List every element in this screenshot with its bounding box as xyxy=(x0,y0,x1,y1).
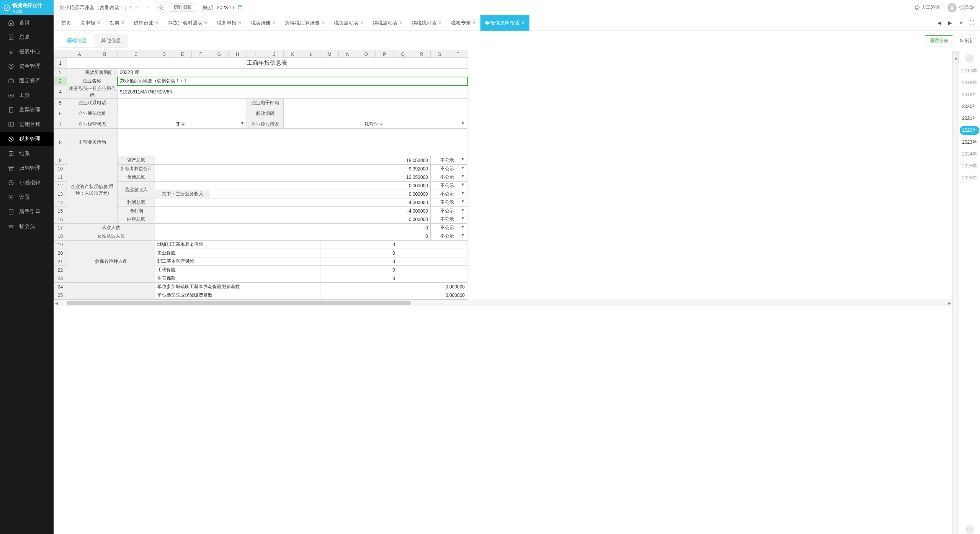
close-icon[interactable]: ✕ xyxy=(272,20,276,25)
row-head-21[interactable]: 21 xyxy=(54,257,67,266)
col-head-E[interactable]: E xyxy=(173,51,192,58)
dropdown-arrow-icon[interactable]: ▼ xyxy=(461,216,465,220)
ins-pension-value[interactable]: 0 xyxy=(320,241,467,249)
phone-value-cell[interactable] xyxy=(118,99,247,107)
profit-public[interactable]: 不公示▼ xyxy=(431,198,467,207)
dropdown-arrow-icon[interactable]: ▼ xyxy=(461,182,465,187)
row-head-4[interactable]: 4 xyxy=(54,85,67,99)
col-head-O[interactable]: O xyxy=(357,51,376,58)
rev-public[interactable]: 不公示▼ xyxy=(431,182,467,190)
tab-进销台账[interactable]: 进销台账✕ xyxy=(129,15,163,31)
activity-value-cell[interactable] xyxy=(118,129,467,156)
rev-value[interactable]: 0.000000 xyxy=(155,182,431,190)
tab-纳税波动表[interactable]: 纳税波动表✕ xyxy=(368,15,407,31)
mainrev-value[interactable]: 0.000000 xyxy=(210,190,431,198)
employees-value[interactable]: 0 xyxy=(155,224,431,232)
horizontal-scrollbar[interactable]: ◀ ▶ xyxy=(54,300,952,306)
close-icon[interactable]: ✕ xyxy=(521,20,525,25)
year-panel-collapse[interactable]: ◀ xyxy=(952,52,959,64)
dropdown-arrow-icon[interactable]: ▼ xyxy=(461,208,465,212)
row-head-3[interactable]: 3 xyxy=(54,77,67,85)
tab-税务申报[interactable]: 税务申报✕ xyxy=(212,15,246,31)
close-icon[interactable]: ✕ xyxy=(155,20,158,25)
sidebar-item-archive[interactable]: 归档管理 xyxy=(0,161,54,175)
row-head-5[interactable]: 5 xyxy=(54,99,67,107)
dropdown-arrow-icon[interactable]: ▼ xyxy=(461,165,465,170)
dropdown-arrow-icon[interactable]: ▼ xyxy=(461,233,465,237)
col-head-L[interactable]: L xyxy=(302,51,320,58)
row-head-25[interactable]: 25 xyxy=(54,291,67,300)
female-value[interactable]: 0 xyxy=(155,232,431,241)
ins-medical-value[interactable]: 0 xyxy=(320,257,467,266)
year-scroll-up[interactable]: ︿ xyxy=(965,54,974,63)
col-head-R[interactable]: R xyxy=(412,51,431,58)
status-value-cell[interactable]: 开业▼ xyxy=(118,120,247,129)
ins-injury-value[interactable]: 0 xyxy=(320,266,467,274)
tab-close-all-button[interactable]: ✕ xyxy=(956,18,966,28)
sidebar-item-reimburse[interactable]: 小畅报销 xyxy=(0,175,54,190)
col-head-A[interactable]: A xyxy=(67,51,92,58)
netprofit-value[interactable]: -4.000000 xyxy=(155,207,431,215)
row-head-20[interactable]: 20 xyxy=(54,249,67,257)
ins-unemp-value[interactable]: 0 xyxy=(320,249,467,257)
year-item-2022年[interactable]: 2022年 xyxy=(960,126,979,135)
dropdown-arrow-icon[interactable]: ▼ xyxy=(461,191,465,195)
sidebar-item-home[interactable]: 首页 xyxy=(0,15,54,30)
netprofit-public[interactable]: 不公示▼ xyxy=(431,207,467,215)
zip-value-cell[interactable] xyxy=(284,107,467,120)
addr-value-cell[interactable] xyxy=(118,107,247,120)
row-head-11[interactable]: 11 xyxy=(54,173,67,182)
row-head-15[interactable]: 15 xyxy=(54,207,67,215)
year-item-2023年[interactable]: 2023年 xyxy=(960,138,979,147)
period-value[interactable]: 2023-11 xyxy=(217,5,235,10)
row-head-17[interactable]: 17 xyxy=(54,224,67,232)
close-icon[interactable]: ✕ xyxy=(321,20,325,25)
close-icon[interactable]: ✕ xyxy=(472,20,476,25)
tab-税表清册[interactable]: 税表清册✕ xyxy=(246,15,280,31)
close-icon[interactable]: ✕ xyxy=(438,20,442,25)
vertical-scrollbar[interactable] xyxy=(952,51,959,534)
consult-button[interactable]: 人工咨询 xyxy=(915,4,940,11)
dropdown-arrow-icon[interactable]: ▼ xyxy=(461,224,465,229)
row-head-23[interactable]: 23 xyxy=(54,274,67,283)
row-head-13[interactable]: 13 xyxy=(54,190,67,198)
reset-report-button[interactable]: 重置报表 xyxy=(925,35,953,46)
sub-tab-other[interactable]: 其他信息 xyxy=(94,34,128,47)
row-head-22[interactable]: 22 xyxy=(54,266,67,274)
sheet-corner[interactable] xyxy=(54,51,67,58)
tab-税负波动表[interactable]: 税负波动表✕ xyxy=(329,15,368,31)
dropdown-arrow-icon[interactable]: ▼ xyxy=(461,157,465,161)
close-icon[interactable]: ✕ xyxy=(204,20,207,25)
holding-value-cell[interactable]: 私营企业▼ xyxy=(284,120,467,129)
tab-next-button[interactable]: ▶ xyxy=(945,18,956,28)
sidebar-item-vip[interactable]: 畅会员 xyxy=(0,219,54,234)
col-head-I[interactable]: I xyxy=(247,51,265,58)
scroll-thumb[interactable] xyxy=(67,301,411,305)
year-item-2019年[interactable]: 2019年 xyxy=(960,90,979,99)
sidebar-item-invoice[interactable]: 发票管理 xyxy=(0,103,54,117)
col-head-H[interactable]: H xyxy=(229,51,247,58)
row-head-1[interactable]: 1 xyxy=(54,58,67,69)
fullscreen-button[interactable]: ⛶ xyxy=(966,18,977,28)
close-icon[interactable]: ✕ xyxy=(399,20,403,25)
sidebar-item-tax[interactable]: 税务管理 xyxy=(0,132,54,146)
account-selector[interactable]: 刘小艳演示账套（勿删勿动！）1 ﹀ xyxy=(60,4,140,11)
year-scroll-down[interactable]: ﹀ xyxy=(965,525,974,534)
tax-public[interactable]: 不公示▼ xyxy=(431,215,467,224)
col-head-B[interactable]: B xyxy=(92,51,118,58)
scroll-left-icon[interactable]: ◀ xyxy=(54,300,60,306)
year-item-2021年[interactable]: 2021年 xyxy=(960,114,979,123)
sidebar-item-asset[interactable]: 固定资产 xyxy=(0,74,54,88)
col-head-T[interactable]: T xyxy=(449,51,467,58)
liab-value[interactable]: 12.050000 xyxy=(155,173,431,182)
sidebar-item-ledger[interactable]: 总账 xyxy=(0,30,54,44)
scroll-right-icon[interactable]: ▶ xyxy=(946,300,952,306)
year-item-2018年[interactable]: 2018年 xyxy=(960,79,979,87)
year-item-2017年[interactable]: 2017年 xyxy=(960,67,979,75)
switch-old-version-button[interactable]: 切到旧版 xyxy=(170,3,195,12)
col-head-G[interactable]: G xyxy=(210,51,229,58)
reg-value-cell[interactable]: 91320811MA7NGR2W6R xyxy=(118,85,467,99)
ins-birth-value[interactable]: 0 xyxy=(320,274,467,283)
row-head-18[interactable]: 18 xyxy=(54,232,67,241)
company-value-cell[interactable]: 刘小艳演示账套（勿删勿动！）1 xyxy=(118,77,467,85)
